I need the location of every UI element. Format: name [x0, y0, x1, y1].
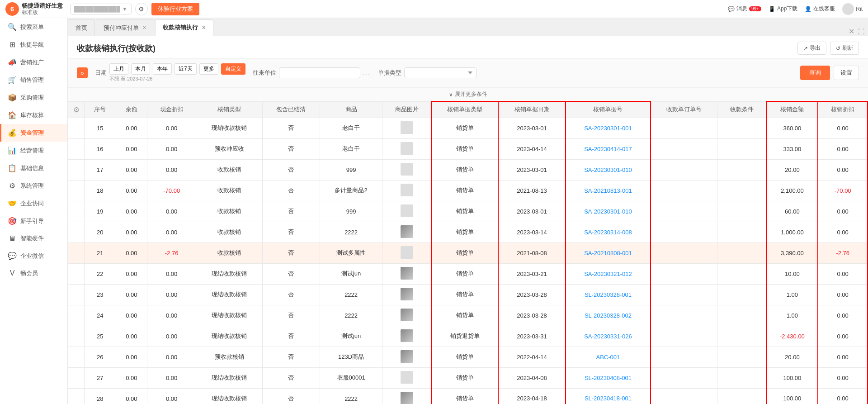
sidebar-item-member[interactable]: V 畅会员 — [0, 265, 67, 282]
expand-filter-button[interactable]: » — [77, 67, 88, 78]
close-window-icon[interactable]: ✕ — [849, 27, 854, 36]
cell-include-settled: 否 — [262, 263, 320, 284]
query-button[interactable]: 查询 — [800, 66, 830, 80]
sidebar-item-marketing[interactable]: 📣 营销推广 — [0, 53, 67, 71]
sidebar-item-finance[interactable]: 💰 资金管理 — [0, 124, 67, 142]
table-container[interactable]: ⚙ 序号 余额 现金折扣 核销类型 包含已结清 商品 商品图片 核销单据类型 核… — [68, 101, 868, 404]
cell-cancel-voucher-no[interactable]: SA-20230301-010 — [566, 159, 651, 180]
product-image — [401, 309, 413, 321]
cell-cancel-voucher-no[interactable]: SA-20230301-001 — [566, 118, 651, 138]
cell-cancel-voucher-no[interactable]: SA-20230414-017 — [566, 138, 651, 159]
voucher-no-link[interactable]: SL-20230328-001 — [585, 291, 632, 298]
counterpart-input[interactable] — [279, 67, 360, 78]
top-header: 6 畅捷通谱好生意 标准版 ████████████ ▼ ⚙ 休验行业方案 💬 … — [0, 0, 868, 18]
date-this-year[interactable]: 本年 — [153, 63, 172, 75]
cell-cash-discount: -70.00 — [147, 180, 196, 201]
voucher-no-link[interactable]: SA-20210808-001 — [584, 250, 632, 257]
cell-balance: 0.00 — [116, 326, 147, 347]
sidebar-item-sales[interactable]: 🛒 销售管理 — [0, 71, 67, 89]
sidebar-item-hardware[interactable]: 🖥 智能硬件 — [0, 230, 67, 247]
cell-seq: 16 — [85, 138, 116, 159]
date-more[interactable]: 更多 — [199, 63, 218, 75]
refresh-button[interactable]: ↺ 刷新 — [830, 42, 859, 55]
tab-prepay[interactable]: 预付冲应付单 ✕ — [96, 19, 154, 36]
app-download-button[interactable]: 📱 App下载 — [769, 5, 797, 13]
expand-more-conditions[interactable]: ∨ 展开更多条件 — [68, 87, 868, 101]
filter-settings-button[interactable]: 设置 — [834, 66, 859, 80]
cell-cancel-voucher-no[interactable]: SA-20230301-010 — [566, 201, 651, 222]
voucher-no-link[interactable]: SA-20230331-026 — [584, 333, 632, 340]
date-this-month[interactable]: 本月 — [131, 63, 150, 75]
voucher-no-link[interactable]: SA-20230414-017 — [584, 146, 632, 152]
cell-gear — [68, 284, 85, 305]
voucher-no-link[interactable]: SL-20230418-001 — [585, 395, 632, 402]
cell-cancel-amount: 360.00 — [766, 118, 818, 138]
sidebar-item-inventory[interactable]: 🏠 库存核算 — [0, 106, 67, 124]
sidebar-item-operations[interactable]: 📊 经营管理 — [0, 142, 67, 159]
col-collection-order-no: 收款单订单号 — [651, 101, 717, 118]
sidebar-item-search[interactable]: 🔍 搜索菜单 — [0, 18, 67, 36]
sidebar-item-wechat[interactable]: 💬 企业微信 — [0, 247, 67, 265]
sidebar-item-purchase[interactable]: 📦 采购管理 — [0, 89, 67, 106]
settings-icon[interactable]: ⚙ — [135, 3, 148, 15]
tab-collection[interactable]: 收款核销执行 ✕ — [155, 19, 213, 36]
cell-cancel-voucher-no[interactable]: SL-20230418-001 — [566, 388, 651, 404]
sidebar-item-newbie[interactable]: 🎯 新手引导 — [0, 212, 67, 230]
voucher-no-link[interactable]: SA-20230301-010 — [584, 166, 632, 173]
cell-cancel-voucher-no[interactable]: SA-20230314-008 — [566, 222, 651, 242]
close-prepay-tab[interactable]: ✕ — [142, 25, 146, 31]
cell-product: 999 — [320, 201, 382, 222]
online-service-button[interactable]: 👤 在线客服 — [805, 5, 835, 13]
voucher-no-link[interactable]: ABC-001 — [596, 354, 620, 361]
voucher-type-select[interactable] — [404, 67, 476, 78]
col-gear[interactable]: ⚙ — [68, 101, 85, 118]
date-7days[interactable]: 近7天 — [175, 63, 197, 75]
user-info[interactable]: Rit — [842, 3, 863, 15]
sidebar-item-enterprise[interactable]: 🤝 企业协同 — [0, 195, 67, 212]
sidebar-item-basic[interactable]: 📋 基础信息 — [0, 159, 67, 177]
product-image — [401, 288, 413, 300]
product-image-placeholder — [401, 246, 413, 259]
message-button[interactable]: 💬 消息 99+ — [728, 5, 761, 13]
cell-include-settled: 否 — [262, 284, 320, 305]
voucher-no-link[interactable]: SA-20210813-001 — [584, 187, 632, 194]
voucher-no-link[interactable]: SA-20230301-001 — [584, 125, 632, 132]
industry-button[interactable]: 休验行业方案 — [151, 3, 199, 15]
tab-home[interactable]: 首页 — [68, 19, 95, 36]
date-custom[interactable]: 自定义 — [221, 63, 245, 75]
cell-cancel-voucher-no[interactable]: SL-20230328-002 — [566, 305, 651, 326]
maximize-icon[interactable]: ⛶ — [858, 28, 864, 35]
close-collection-tab[interactable]: ✕ — [202, 25, 206, 31]
cell-product-image — [382, 284, 432, 305]
cell-cancel-type: 预收款核销 — [196, 347, 263, 367]
cell-cancel-voucher-no[interactable]: SA-20230331-026 — [566, 326, 651, 347]
cell-cancel-voucher-no[interactable]: SL-20230328-001 — [566, 284, 651, 305]
export-button[interactable]: ↗ 导出 — [797, 42, 826, 55]
voucher-no-link[interactable]: SL-20230408-001 — [585, 375, 632, 381]
cell-cancel-voucher-type: 销货单 — [431, 180, 498, 201]
cell-cancel-voucher-no[interactable]: SA-20210813-001 — [566, 180, 651, 201]
cell-gear — [68, 159, 85, 180]
cell-cancel-voucher-no[interactable]: SA-20210808-001 — [566, 242, 651, 263]
cell-cancel-voucher-no[interactable]: SL-20230408-001 — [566, 367, 651, 388]
voucher-no-link[interactable]: SA-20230301-010 — [584, 208, 632, 215]
main-layout: 🔍 搜索菜单 ⊞ 快捷导航 📣 营销推广 🛒 销售管理 📦 采购管理 🏠 库存核… — [0, 18, 868, 404]
voucher-no-link[interactable]: SL-20230328-002 — [585, 312, 632, 319]
cell-cancel-voucher-no[interactable]: SA-20230321-012 — [566, 263, 651, 284]
cell-cancel-type: 现结收款核销 — [196, 326, 263, 347]
cell-product-image — [382, 118, 432, 138]
sidebar-item-quicknav[interactable]: ⊞ 快捷导航 — [0, 36, 67, 53]
column-settings-icon[interactable]: ⚙ — [73, 106, 80, 114]
cell-collection-condition — [717, 326, 767, 347]
cell-cancel-discount: 0.00 — [818, 347, 868, 367]
cell-product-image — [382, 347, 432, 367]
company-selector[interactable]: ████████████ ▼ — [70, 4, 132, 14]
table-row: 17 0.00 0.00 收款核销 否 999 销货单 2023-03-01 S… — [68, 159, 868, 180]
cell-cancel-discount: 0.00 — [818, 138, 868, 159]
cell-cancel-voucher-no[interactable]: ABC-001 — [566, 347, 651, 367]
voucher-no-link[interactable]: SA-20230321-012 — [584, 271, 632, 277]
date-last-month[interactable]: 上月 — [109, 63, 128, 75]
sidebar: 🔍 搜索菜单 ⊞ 快捷导航 📣 营销推广 🛒 销售管理 📦 采购管理 🏠 库存核… — [0, 18, 68, 404]
sidebar-item-system[interactable]: ⚙ 系统管理 — [0, 177, 67, 195]
voucher-no-link[interactable]: SA-20230314-008 — [584, 229, 632, 236]
